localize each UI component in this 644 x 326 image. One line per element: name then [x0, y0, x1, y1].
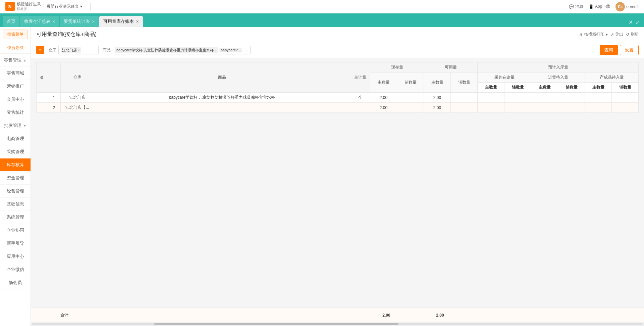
- sidebar-item-purchase[interactable]: 采购管理: [0, 145, 31, 158]
- sidebar-item-ecommerce[interactable]: 电商管理: [0, 132, 31, 145]
- logo-text-area: 畅捷通好生意 标准版: [17, 2, 41, 11]
- tab-receivable[interactable]: 收发存汇总表 ×: [20, 16, 59, 27]
- chevron-icon: ▲: [23, 58, 26, 62]
- sidebar-item-member2[interactable]: 畅会员: [0, 276, 31, 289]
- tab-receivable-close[interactable]: ×: [52, 19, 55, 24]
- subtotal-purchase-aux-cell: [504, 103, 531, 113]
- setting-button[interactable]: 设置: [620, 45, 639, 55]
- subtotal-unit-cell: [350, 103, 370, 113]
- close-tab-icon[interactable]: ✕: [629, 19, 633, 26]
- refresh-action[interactable]: ↺ 刷新: [626, 32, 639, 37]
- sidebar-item-retail-stats[interactable]: 零售统计: [0, 106, 31, 119]
- footer-unit-cell: [353, 310, 373, 320]
- product-more-icon[interactable]: ···: [244, 47, 248, 53]
- header-actions: 🖨 按模板打印 ▾ ↗ 导出 ↺ 刷新: [579, 32, 639, 37]
- quick-nav-area: 快捷导航: [0, 42, 31, 54]
- sidebar-item-retail-mall[interactable]: 零售商城: [0, 67, 31, 80]
- row-warehouse-cell: 江北门店: [61, 93, 94, 103]
- th-settings[interactable]: ⚙: [37, 62, 47, 93]
- horizontal-scrollbar[interactable]: [31, 322, 644, 326]
- sidebar-item-enterprise-wechat[interactable]: 企业微信: [0, 263, 31, 276]
- tab-home[interactable]: 首页: [3, 16, 19, 27]
- filter-action-buttons: 查询 设置: [600, 45, 639, 55]
- sidebar-item-marketing[interactable]: 营销推广: [0, 80, 31, 93]
- message-action[interactable]: 💬 消息: [569, 4, 583, 9]
- tab-order-stats-close[interactable]: ×: [92, 19, 95, 24]
- sidebar-item-inventory[interactable]: 库存核算: [0, 158, 31, 172]
- sidebar-item-member[interactable]: 会员中心: [0, 93, 31, 106]
- warehouse-more-icon[interactable]: ···: [82, 47, 87, 53]
- sidebar-app-center-label: 应用中心: [7, 253, 24, 260]
- footer-settings-cell: [34, 310, 44, 320]
- data-table: ⚙ 仓库 商品 主计量 现存量 可用量 预计入库量 主数量 辅数量 主数量 辅数…: [36, 62, 639, 113]
- sidebar-item-finance[interactable]: 资金管理: [0, 172, 31, 185]
- sidebar-item-system[interactable]: 系统管理: [0, 211, 31, 224]
- product-tag-1-value: babycare学饮杯 儿童防摔防撞吸管杯重力球吸嘴杯宝宝水杯: [116, 48, 214, 53]
- subtotal-row: 2 江北门店【... 2.00 2.00: [37, 103, 639, 113]
- industry-selector[interactable]: 母婴行业演示账套 ▾: [44, 2, 91, 11]
- sidebar-item-collab[interactable]: 企业协同: [0, 224, 31, 237]
- product-tag-1-remove[interactable]: ×: [214, 48, 216, 52]
- sidebar-item-wholesale[interactable]: 批发管理 ▼: [0, 119, 31, 132]
- subtotal-stock-main-cell: 2.00: [370, 103, 397, 113]
- product-filter-input[interactable]: babycare学饮杯 儿童防摔防撞吸管杯重力球吸嘴杯宝宝水杯 × babyca…: [113, 46, 251, 54]
- tab-order-stats[interactable]: 要货单统计表 ×: [60, 16, 99, 27]
- quick-nav-link[interactable]: 快捷导航: [7, 45, 23, 50]
- scrollbar-thumb[interactable]: [154, 323, 398, 325]
- maximize-icon[interactable]: ⤢: [636, 19, 640, 26]
- subtotal-inbound-aux-cell: [558, 103, 585, 113]
- tab-available-stock-close[interactable]: ×: [136, 19, 139, 24]
- th-avail-aux: 辅数量: [451, 73, 478, 93]
- app-download-action[interactable]: 📱 App下载: [589, 4, 610, 9]
- query-button[interactable]: 查询: [600, 45, 618, 55]
- subtotal-avail-aux-cell: [451, 103, 478, 113]
- export-label: 导出: [615, 32, 623, 37]
- chevron-down-icon: ▾: [80, 4, 82, 9]
- table-footer: 合计 2.00 2.00: [31, 308, 644, 322]
- row-product-aux-cell: [612, 93, 639, 103]
- subtotal-product-main-cell: [585, 103, 612, 113]
- subtotal-avail-main-cell: 2.00: [424, 103, 451, 113]
- sidebar-item-basic-info[interactable]: 基础信息: [0, 198, 31, 211]
- tab-home-label: 首页: [7, 18, 15, 25]
- sidebar-enterprise-wechat-label: 企业微信: [7, 267, 24, 273]
- th-row-num: [47, 62, 61, 93]
- warehouse-filter-input[interactable]: 江北门店 × ···: [58, 46, 99, 54]
- warehouse-tag-remove[interactable]: ×: [77, 48, 79, 52]
- sidebar-finance-label: 资金管理: [7, 175, 24, 181]
- sidebar-retail-mall-label: 零售商城: [7, 70, 24, 76]
- product-tag-1: babycare学饮杯 儿童防摔防撞吸管杯重力球吸嘴杯宝宝水杯 ×: [115, 47, 218, 53]
- footer-num-cell: [44, 310, 58, 320]
- sidebar-wholesale-label: 批发管理: [4, 123, 21, 129]
- sidebar-item-retail-mgmt[interactable]: 零售管理 ▲: [0, 54, 31, 67]
- th-inbound-sub: 进货待入量: [531, 73, 585, 83]
- subtotal-product-cell: [94, 103, 350, 113]
- sidebar-item-operations[interactable]: 经营管理: [0, 185, 31, 198]
- th-purchase-sub: 采购在途量: [478, 73, 531, 83]
- user-area[interactable]: Ea demo2: [615, 2, 639, 11]
- warehouse-filter-label: 仓库: [48, 47, 56, 53]
- industry-selector-value: 母婴行业演示账套: [47, 4, 79, 9]
- footer-stock-aux-cell: [400, 310, 427, 320]
- print-action[interactable]: 🖨 按模板打印 ▾: [579, 32, 608, 37]
- tab-available-stock[interactable]: 可用量库存账本 ×: [99, 16, 143, 27]
- sidebar-item-app-center[interactable]: 应用中心: [0, 250, 31, 263]
- row-product-main-cell: [585, 93, 612, 103]
- subtotal-stock-aux-cell: [397, 103, 424, 113]
- filter-expand-button[interactable]: »: [36, 46, 44, 54]
- product-tag-2-value: babycare?...: [221, 48, 241, 52]
- sidebar-basic-info-label: 基础信息: [7, 201, 24, 207]
- row-avail-main-cell: 2.00: [424, 93, 451, 103]
- th-stock-aux: 辅数量: [397, 73, 424, 93]
- row-inbound-aux-cell: [558, 93, 585, 103]
- sidebar-item-newbie[interactable]: 新手引导: [0, 237, 31, 250]
- logo-icon: 好: [5, 2, 15, 11]
- message-label: 消息: [575, 4, 583, 9]
- subtotal-inbound-main-cell: [531, 103, 558, 113]
- scrollbar-track: [32, 323, 643, 325]
- warehouse-tag-value: 江北门店: [62, 48, 77, 53]
- search-menu-button[interactable]: 搜索菜单: [3, 30, 28, 39]
- sidebar-operations-label: 经营管理: [7, 188, 24, 194]
- export-action[interactable]: ↗ 导出: [610, 32, 623, 37]
- page-title: 可用量查询(按仓库+商品): [36, 31, 97, 38]
